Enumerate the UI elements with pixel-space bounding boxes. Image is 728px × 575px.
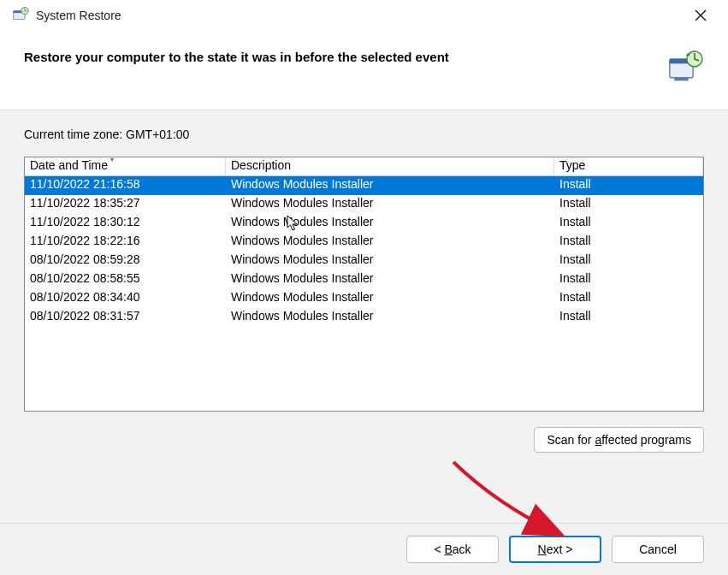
cell-date: 08/10/2022 08:59:28: [25, 252, 226, 270]
next-button-mnemonic: N: [538, 542, 547, 556]
restore-points-table[interactable]: Date and Time ▾ Description Type 11/10/2…: [24, 157, 704, 412]
close-icon: [695, 9, 707, 21]
table-row[interactable]: 11/10/2022 18:35:27Windows Modules Insta…: [25, 195, 703, 214]
cell-description: Windows Modules Installer: [226, 214, 554, 233]
cell-date: 11/10/2022 21:16:58: [25, 176, 226, 195]
table-body: 11/10/2022 21:16:58Windows Modules Insta…: [25, 176, 703, 327]
cell-date: 08/10/2022 08:31:57: [25, 308, 226, 327]
cell-description: Windows Modules Installer: [226, 308, 554, 327]
back-button[interactable]: < Back: [406, 536, 499, 563]
timezone-label: Current time zone: GMT+01:00: [24, 127, 704, 141]
header-area: Restore your computer to the state it wa…: [0, 31, 728, 110]
cell-type: Install: [554, 270, 703, 289]
cell-date: 11/10/2022 18:22:16: [25, 233, 226, 252]
cell-type: Install: [554, 214, 703, 233]
cell-description: Windows Modules Installer: [226, 289, 554, 308]
cell-type: Install: [554, 233, 703, 252]
cell-description: Windows Modules Installer: [226, 252, 554, 270]
table-row[interactable]: 08/10/2022 08:34:40Windows Modules Insta…: [25, 289, 703, 308]
table-row[interactable]: 08/10/2022 08:59:28Windows Modules Insta…: [25, 252, 703, 270]
table-row[interactable]: 08/10/2022 08:58:55Windows Modules Insta…: [25, 270, 703, 289]
back-button-prefix: <: [434, 542, 444, 556]
page-heading: Restore your computer to the state it wa…: [24, 50, 449, 64]
table-row[interactable]: 11/10/2022 21:16:58Windows Modules Insta…: [25, 176, 703, 195]
cell-type: Install: [554, 289, 703, 308]
sort-indicator-icon: ▾: [110, 157, 114, 163]
table-row[interactable]: 11/10/2022 18:22:16Windows Modules Insta…: [25, 233, 703, 252]
table-row[interactable]: 11/10/2022 18:30:12Windows Modules Insta…: [25, 214, 703, 233]
scan-button-suffix: ffected programs: [601, 433, 691, 447]
system-restore-icon: [12, 6, 29, 25]
system-restore-dialog: System Restore Restore your computer to …: [0, 0, 728, 575]
column-header-date[interactable]: Date and Time ▾: [25, 157, 226, 175]
back-button-suffix: ack: [453, 542, 471, 556]
close-button[interactable]: [682, 3, 719, 28]
next-button[interactable]: Next >: [509, 536, 601, 563]
back-button-mnemonic: B: [444, 542, 452, 556]
next-button-suffix: ext >: [547, 542, 573, 556]
cancel-button[interactable]: Cancel: [612, 536, 704, 563]
svg-rect-7: [674, 78, 688, 81]
cell-type: Install: [554, 308, 703, 327]
column-header-type[interactable]: Type: [554, 157, 703, 175]
cell-description: Windows Modules Installer: [226, 233, 554, 252]
cell-type: Install: [554, 176, 703, 195]
table-row[interactable]: 08/10/2022 08:31:57Windows Modules Insta…: [25, 308, 703, 327]
dialog-footer: < Back Next > Cancel: [0, 523, 728, 575]
table-header-row: Date and Time ▾ Description Type: [25, 157, 703, 176]
titlebar-left: System Restore: [12, 6, 121, 25]
cell-description: Windows Modules Installer: [226, 195, 554, 214]
content-area: Current time zone: GMT+01:00 Date and Ti…: [0, 110, 728, 523]
cell-type: Install: [554, 252, 703, 270]
cell-date: 08/10/2022 08:58:55: [25, 270, 226, 289]
window-title: System Restore: [36, 9, 121, 22]
scan-button-prefix: Scan for: [547, 433, 595, 447]
column-header-date-label: Date and Time: [30, 158, 108, 172]
cell-date: 11/10/2022 18:30:12: [25, 214, 226, 233]
cell-date: 11/10/2022 18:35:27: [25, 195, 226, 214]
cell-description: Windows Modules Installer: [226, 270, 554, 289]
scan-row: Scan for affected programs: [24, 427, 704, 453]
column-header-description[interactable]: Description: [226, 157, 554, 175]
scan-affected-programs-button[interactable]: Scan for affected programs: [534, 427, 704, 453]
system-restore-large-icon: [666, 50, 704, 84]
titlebar: System Restore: [0, 0, 728, 31]
cell-description: Windows Modules Installer: [226, 176, 554, 195]
cell-type: Install: [554, 195, 703, 214]
cell-date: 08/10/2022 08:34:40: [25, 289, 226, 308]
